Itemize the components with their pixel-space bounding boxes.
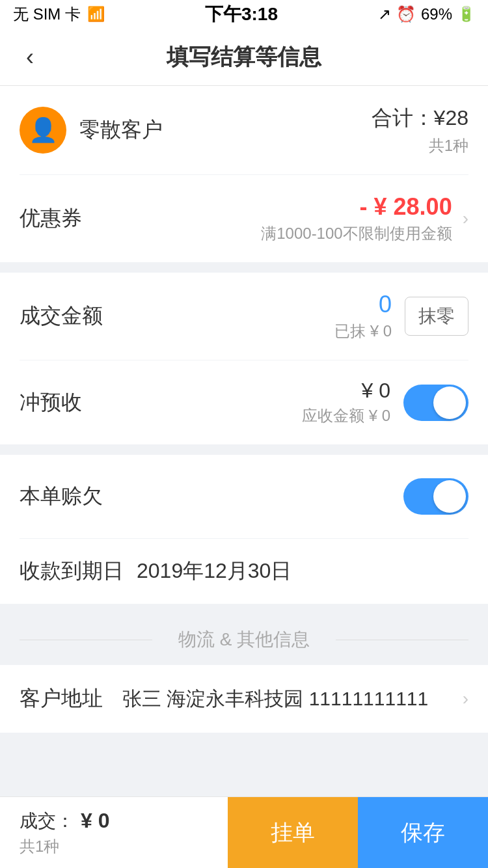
footer-info: 成交： ¥ 0 共1种 [0,809,228,857]
battery-icon: 🔋 [457,6,475,23]
alarm-icon: ⏰ [396,5,416,23]
deal-amount-label: 成交金额 [20,302,103,331]
content-area: 👤 零散客户 合计：¥28 共1种 优惠券 - ¥ 28.00 满1000-10… [0,86,488,821]
deal-amount-sub: 已抹 ¥ 0 [334,321,392,342]
hold-button[interactable]: 挂单 [228,797,358,869]
deal-amount-value: 0 [334,291,392,318]
status-bar: 无 SIM 卡 📶 下午3:18 ↗ ⏰ 69% 🔋 [0,0,488,29]
avatar-icon: 👤 [29,116,58,144]
save-button[interactable]: 保存 [358,797,488,869]
footer-deal-label: 成交： [20,809,74,834]
footer: 成交： ¥ 0 共1种 挂单 保存 [0,796,488,868]
duedate-value: 2019年12月30日 [137,557,291,586]
address-value: 张三 海淀永丰科技园 11111111111 [122,686,459,712]
debt-label: 本单赊欠 [20,482,103,511]
carrier-label: 无 SIM 卡 [13,4,81,25]
customer-left: 👤 零散客户 [20,107,163,154]
prepay-right: ¥ 0 应收金额 ¥ 0 [302,379,468,426]
duedate-label: 收款到期日 [20,557,124,586]
debt-row: 本单赊欠 [20,455,468,538]
wifi-icon: 📶 [87,6,105,23]
logistics-header: 物流 & 其他信息 [0,614,488,665]
logistics-label: 物流 & 其他信息 [165,627,323,652]
logistics-line-left [20,640,152,640]
back-button[interactable]: ‹ [20,37,40,77]
battery-label: 69% [421,5,452,23]
coupon-amount: - ¥ 28.00 [261,193,452,221]
coupon-label: 优惠券 [20,204,82,233]
footer-deal: 成交： ¥ 0 [20,809,208,834]
deal-amount-block: 0 已抹 ¥ 0 [334,291,392,342]
prepay-label: 冲预收 [20,388,82,417]
prepay-amount: ¥ 0 [302,379,390,403]
location-icon: ↗ [378,5,391,23]
debt-toggle[interactable] [403,478,468,515]
status-right: ↗ ⏰ 69% 🔋 [378,5,475,23]
total-count: 共1种 [372,135,468,156]
nav-bar: ‹ 填写结算等信息 [0,29,488,86]
logistics-line-right [336,640,468,640]
debt-section: 本单赊欠 收款到期日 2019年12月30日 [0,455,488,604]
address-section: 客户地址 张三 海淀永丰科技园 11111111111 › [0,665,488,733]
total-amount: 合计：¥28 [372,104,468,133]
footer-count: 共1种 [20,836,208,857]
deal-amount-right: 0 已抹 ¥ 0 抹零 [334,291,468,342]
address-row[interactable]: 客户地址 张三 海淀永丰科技园 11111111111 › [0,665,488,733]
status-left: 无 SIM 卡 📶 [13,4,105,25]
deal-amount-row: 成交金额 0 已抹 ¥ 0 抹零 [20,273,468,360]
round-off-button[interactable]: 抹零 [405,297,468,336]
customer-name: 零散客户 [79,116,163,144]
coupon-description: 满1000-100不限制使用金额 [261,223,452,244]
coupon-value-block: - ¥ 28.00 满1000-100不限制使用金额 [261,193,452,244]
prepay-sub: 应收金额 ¥ 0 [302,405,390,426]
customer-total: 合计：¥28 共1种 [372,104,468,156]
prepay-row: 冲预收 ¥ 0 应收金额 ¥ 0 [20,360,468,444]
coupon-row[interactable]: 优惠券 - ¥ 28.00 满1000-100不限制使用金额 › [0,175,488,262]
page-title: 填写结算等信息 [167,42,321,72]
address-label: 客户地址 [20,685,103,713]
prepay-amount-block: ¥ 0 应收金额 ¥ 0 [302,379,390,426]
avatar: 👤 [20,107,66,154]
prepay-toggle[interactable] [403,385,468,421]
address-chevron-icon: › [463,688,468,709]
status-time: 下午3:18 [205,2,278,27]
duedate-row: 收款到期日 2019年12月30日 [20,538,468,604]
footer-deal-amount: ¥ 0 [81,809,109,833]
customer-section: 👤 零散客户 合计：¥28 共1种 优惠券 - ¥ 28.00 满1000-10… [0,86,488,262]
customer-row: 👤 零散客户 合计：¥28 共1种 [0,86,488,174]
coupon-right: - ¥ 28.00 满1000-100不限制使用金额 › [261,193,468,244]
chevron-right-icon: › [463,208,468,229]
transaction-section: 成交金额 0 已抹 ¥ 0 抹零 冲预收 ¥ 0 应收金额 ¥ 0 [0,273,488,444]
